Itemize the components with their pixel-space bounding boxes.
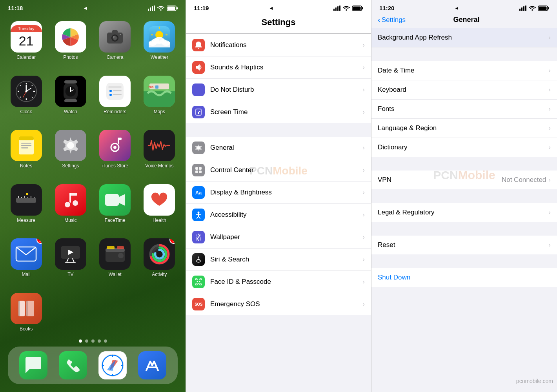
- app-music[interactable]: Music: [52, 184, 89, 231]
- app-notes[interactable]: Notes: [8, 130, 44, 176]
- settings-list: Notifications › Sounds & Haptics › Do No…: [186, 34, 371, 392]
- general-page-title: General: [406, 16, 527, 24]
- settings-screen: 11:19 ◂ Settings: [186, 0, 371, 392]
- app-wallet[interactable]: Wallet: [97, 238, 133, 285]
- settings-row-general[interactable]: General ›: [186, 137, 371, 159]
- app-activity[interactable]: 1 Activity: [141, 238, 178, 285]
- svg-point-134: [197, 259, 200, 260]
- page-dot-4[interactable]: [98, 339, 101, 343]
- general-row-legal[interactable]: Legal & Regulatory ›: [371, 203, 557, 222]
- location-arrow-settings: ◂: [270, 5, 273, 11]
- location-arrow-icon: ◂: [84, 5, 87, 11]
- page-dot-3[interactable]: [91, 339, 95, 343]
- sounds-chevron: ›: [362, 64, 365, 71]
- dock-appstore[interactable]: [138, 351, 166, 379]
- back-to-settings-button[interactable]: ‹ Settings: [378, 15, 406, 24]
- app-label-camera: Camera: [107, 54, 124, 60]
- screentime-chevron: ›: [362, 108, 365, 116]
- page-dot-1[interactable]: [79, 339, 82, 343]
- screentime-icon: [192, 106, 205, 118]
- settings-row-dnd[interactable]: Do Not Disturb ›: [186, 79, 371, 101]
- settings-row-controlcenter[interactable]: Control Center ›: [186, 159, 371, 181]
- app-watch[interactable]: Watch: [52, 76, 89, 122]
- general-row-language[interactable]: Language & Region ›: [371, 119, 557, 138]
- svg-point-4: [160, 9, 162, 11]
- app-maps[interactable]: 280 Maps: [141, 76, 178, 122]
- app-weather[interactable]: Weather: [141, 21, 178, 68]
- time-settings: 11:19: [194, 5, 209, 11]
- battery-icon: [167, 5, 178, 11]
- app-facetime[interactable]: FaceTime: [97, 184, 133, 231]
- settings-row-siri[interactable]: Siri & Search ›: [186, 249, 371, 271]
- emergencysos-chevron: ›: [362, 300, 365, 308]
- settings-row-display[interactable]: Aa Display & Brightness ›: [186, 181, 371, 204]
- svg-rect-64: [21, 147, 28, 149]
- mail-icon-svg: [15, 246, 37, 262]
- settings-row-faceid[interactable]: Face ID & Passcode ›: [186, 271, 371, 293]
- maps-icon-svg: 280: [144, 76, 175, 107]
- vpn-chevron: ›: [548, 176, 551, 184]
- settings-row-screentime[interactable]: Screen Time ›: [186, 101, 371, 123]
- app-health[interactable]: Health: [141, 184, 178, 231]
- app-calendar[interactable]: Tuesday 21 Calendar: [8, 21, 44, 68]
- page-dots: [0, 336, 186, 347]
- legal-chevron: ›: [548, 209, 551, 216]
- general-row-dictionary[interactable]: Dictionary ›: [371, 138, 557, 157]
- voicememos-icon-svg: [147, 138, 171, 153]
- settings-row-notifications[interactable]: Notifications ›: [186, 34, 371, 56]
- general-row-vpn[interactable]: VPN Not Connected ›: [371, 171, 557, 189]
- facetime-icon-svg: [104, 192, 126, 208]
- dock-messages[interactable]: [19, 351, 47, 379]
- dnd-icon: [192, 83, 205, 96]
- app-settings[interactable]: Settings: [52, 130, 89, 176]
- app-photos[interactable]: Photos: [52, 21, 89, 68]
- svg-rect-7: [177, 7, 178, 9]
- siri-chevron: ›: [362, 256, 365, 263]
- app-measure[interactable]: Measure: [8, 184, 44, 231]
- svg-rect-148: [539, 6, 547, 10]
- accessibility-icon: [192, 209, 205, 221]
- legal-label: Legal & Regulatory: [378, 209, 548, 216]
- general-row-reset[interactable]: Reset ›: [371, 236, 557, 254]
- page-dot-2[interactable]: [85, 339, 88, 343]
- general-row-keyboard[interactable]: Keyboard ›: [371, 80, 557, 100]
- svg-rect-117: [353, 6, 361, 10]
- messages-icon-svg: [24, 356, 43, 375]
- app-label-mail: Mail: [22, 272, 31, 277]
- sounds-icon: [192, 61, 205, 74]
- page-dot-5[interactable]: [104, 339, 107, 343]
- controlcenter-chevron: ›: [362, 166, 365, 174]
- svg-rect-52: [113, 90, 122, 91]
- back-chevron-icon: ‹: [378, 15, 380, 24]
- settings-row-wallpaper[interactable]: Wallpaper ›: [186, 226, 371, 249]
- app-reminders[interactable]: Reminders: [97, 76, 133, 122]
- app-camera[interactable]: Camera: [97, 21, 133, 68]
- app-tv[interactable]: ▶ TV: [52, 238, 89, 285]
- faceid-label: Face ID & Passcode: [210, 278, 360, 286]
- app-voicememos[interactable]: Voice Memos: [141, 130, 178, 176]
- signal-icon: [148, 5, 155, 11]
- reset-label: Reset: [378, 241, 548, 249]
- general-row-fonts[interactable]: Fonts ›: [371, 100, 557, 119]
- general-row-datetime[interactable]: Date & Time ›: [371, 61, 557, 80]
- app-grid: Tuesday 21 Calendar Photos: [0, 13, 186, 293]
- settings-row-emergencysos[interactable]: SOS Emergency SOS ›: [186, 293, 371, 315]
- app-mail[interactable]: 1 Mail: [8, 238, 44, 285]
- weather-icon-svg: [149, 26, 170, 47]
- svg-rect-99: [18, 301, 20, 316]
- app-clock[interactable]: Clock: [8, 76, 44, 122]
- settings-row-accessibility[interactable]: Accessibility ›: [186, 204, 371, 226]
- svg-point-13: [113, 36, 115, 38]
- dock: [8, 347, 178, 384]
- accessibility-label: Accessibility: [210, 211, 360, 219]
- settings-row-sounds[interactable]: Sounds & Haptics ›: [186, 56, 371, 79]
- general-row-bgapprefresh[interactable]: Background App Refresh ›: [371, 28, 557, 47]
- svg-rect-26: [149, 42, 170, 47]
- app-itunes[interactable]: iTunes Store: [97, 130, 133, 176]
- general-row-shutdown[interactable]: Shut Down: [371, 268, 557, 287]
- activity-icon-svg: [149, 243, 170, 265]
- svg-point-140: [197, 281, 198, 282]
- app-books[interactable]: Books: [8, 293, 44, 332]
- dock-phone[interactable]: [59, 351, 87, 379]
- dock-safari[interactable]: [98, 351, 127, 379]
